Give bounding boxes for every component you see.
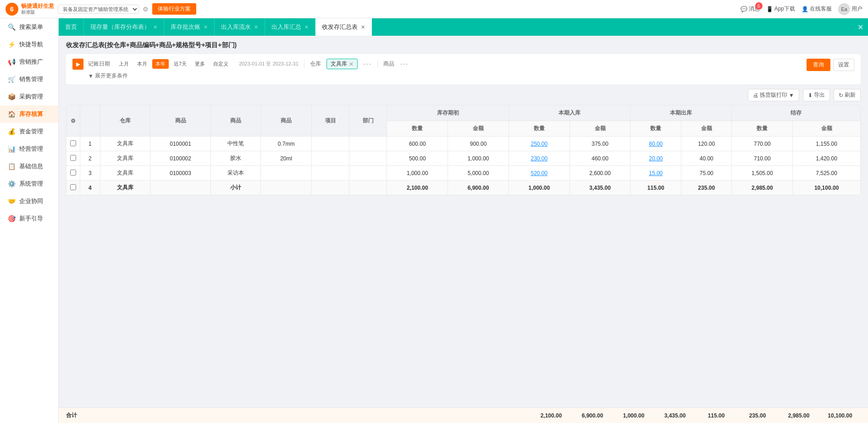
filter-row: 记账日期 上月 本月 本年 近7天 更多 自定义 2023-01-01 至 20… xyxy=(88,59,854,69)
trial-button[interactable]: 体验行业方案 xyxy=(152,3,196,15)
row-dept xyxy=(349,151,387,166)
date-btn-7days[interactable]: 近7天 xyxy=(171,59,190,69)
filter-toggle-btn[interactable]: ▶ xyxy=(72,59,83,70)
page-content: 收发存汇总表(按仓库+商品编码+商品+规格型号+项目+部门) ▶ 记账日期 上月… xyxy=(59,36,868,407)
tab-receive-send[interactable]: 收发存汇总表 ✕ xyxy=(315,18,372,36)
warehouse-tag[interactable]: 文具库 ✕ xyxy=(326,59,358,69)
row-out-qty[interactable]: 15.00 xyxy=(630,166,681,181)
tab-summary-close[interactable]: ✕ xyxy=(304,24,309,30)
col-dept: 部门 xyxy=(349,105,387,137)
sidebar-item-search[interactable]: 🔍 搜索菜单 xyxy=(0,18,58,36)
row-open-qty: 500.00 xyxy=(387,151,448,166)
print-btn[interactable]: 🖨 拣货版打印 ▼ xyxy=(748,89,799,101)
row-checkbox[interactable] xyxy=(70,155,76,161)
row-project xyxy=(311,137,349,151)
warehouse-more-dots[interactable]: ··· xyxy=(363,60,372,68)
export-btn[interactable]: ⬇ 导出 xyxy=(803,89,830,101)
tab-receive-send-close[interactable]: ✕ xyxy=(361,24,365,30)
col-no xyxy=(80,105,100,137)
table-row: 1 文具库 0100001 中性笔 0.7mm 600.00 900.00 25… xyxy=(66,137,861,151)
online-service-item[interactable]: 👤 在线客服 xyxy=(802,5,832,13)
row-check[interactable] xyxy=(66,151,80,166)
sidebar-item-marketing[interactable]: 📢 营销推广 xyxy=(0,53,58,71)
row-check[interactable] xyxy=(66,181,80,195)
row-bal-qty: 770.00 xyxy=(732,137,793,151)
print-chevron-icon: ▼ xyxy=(789,92,794,99)
sidebar-item-guide[interactable]: 🎯 新手引导 xyxy=(0,210,58,227)
tab-flow[interactable]: 出入库流水 ✕ xyxy=(215,18,265,36)
system-icon: ⚙️ xyxy=(7,180,16,188)
query-button[interactable]: 查询 xyxy=(807,59,830,71)
row-code xyxy=(150,181,211,195)
filter-divider-1 xyxy=(304,60,304,69)
refresh-icon: ↻ xyxy=(839,92,843,99)
brand-sub: 标准版 xyxy=(21,10,54,15)
col-open-stock: 库存期初 xyxy=(387,105,509,121)
row-code: 0100003 xyxy=(150,166,211,181)
export-label: 导出 xyxy=(814,91,825,99)
date-btn-last-month[interactable]: 上月 xyxy=(116,59,132,69)
sidebar-item-quick[interactable]: ⚡ 快捷导航 xyxy=(0,36,58,53)
row-out-amt: 120.00 xyxy=(681,137,732,151)
warehouse-tag-close[interactable]: ✕ xyxy=(349,61,354,67)
row-spec xyxy=(261,181,311,195)
date-btn-custom[interactable]: 自定义 xyxy=(210,59,232,69)
avatar: Ea xyxy=(838,3,850,15)
row-checkbox[interactable] xyxy=(70,184,76,190)
row-out-qty[interactable]: 80.00 xyxy=(630,137,681,151)
row-warehouse: 文具库 xyxy=(100,166,150,181)
tab-panel-close[interactable]: ✕ xyxy=(857,23,863,32)
warehouse-tag-text: 文具库 xyxy=(331,60,347,68)
col-settings[interactable]: ⚙ xyxy=(66,105,80,137)
sidebar-item-operation[interactable]: 📊 经营管理 xyxy=(0,140,58,158)
goods-more-dots[interactable]: ··· xyxy=(400,60,409,68)
setting-button[interactable]: 设置 xyxy=(833,59,854,71)
sidebar-label-purchase: 采购管理 xyxy=(19,93,43,101)
refresh-btn[interactable]: ↻ 刷新 xyxy=(834,89,861,101)
col-in-stock: 本期入库 xyxy=(509,105,630,121)
tab-flow-close[interactable]: ✕ xyxy=(254,24,258,30)
tab-inventory-dist-close[interactable]: ✕ xyxy=(153,24,157,30)
table-row: 2 文具库 0100002 胶水 20ml 500.00 1,000.00 23… xyxy=(66,151,861,166)
date-btn-more[interactable]: 更多 xyxy=(192,59,208,69)
row-checkbox[interactable] xyxy=(70,170,76,176)
print-label: 拣货版打印 xyxy=(760,91,787,99)
total-open-qty: 2,100.00 xyxy=(531,412,572,419)
tab-batch-close[interactable]: ✕ xyxy=(204,24,208,30)
row-in-qty[interactable]: 230.00 xyxy=(509,151,569,166)
tab-home[interactable]: 首页 xyxy=(59,18,84,36)
sidebar-item-sales[interactable]: 🛒 销售管理 xyxy=(0,71,58,88)
expand-btn[interactable]: ▼ 展开更多条件 xyxy=(88,72,854,80)
tab-summary[interactable]: 出入库汇总 ✕ xyxy=(265,18,315,36)
cooperation-icon: 🤝 xyxy=(7,197,16,205)
sidebar-item-basic[interactable]: 📋 基础信息 xyxy=(0,158,58,175)
row-open-qty: 1,000.00 xyxy=(387,166,448,181)
row-check[interactable] xyxy=(66,137,80,151)
sidebar-item-finance[interactable]: 💰 资金管理 xyxy=(0,123,58,140)
system-select[interactable]: 装备及固定资产辅助管理系统 xyxy=(58,5,139,14)
row-in-qty[interactable]: 250.00 xyxy=(509,137,569,151)
app-download-item[interactable]: 📱 App下载 xyxy=(766,5,795,13)
sidebar-label-operation: 经营管理 xyxy=(19,145,43,153)
row-in-qty[interactable]: 520.00 xyxy=(509,166,569,181)
row-checkbox[interactable] xyxy=(70,140,76,146)
tab-batch[interactable]: 库存批次账 ✕ xyxy=(164,18,215,36)
sidebar-item-purchase[interactable]: 📦 采购管理 xyxy=(0,88,58,105)
sidebar-item-system[interactable]: ⚙️ 系统管理 xyxy=(0,175,58,192)
sidebar-item-inventory[interactable]: 🏠 库存核算 xyxy=(0,105,58,123)
message-item[interactable]: 💬 消息 6 xyxy=(741,5,760,13)
col-out-stock: 本期出库 xyxy=(630,105,732,121)
date-btn-this-month[interactable]: 本月 xyxy=(134,59,150,69)
settings-icon[interactable]: ⚙ xyxy=(143,5,149,13)
tab-inventory-dist[interactable]: 现存量（库存分布表） ✕ xyxy=(84,18,164,36)
finance-icon: 💰 xyxy=(7,127,16,136)
sidebar-item-cooperation[interactable]: 🤝 企业协同 xyxy=(0,192,58,210)
row-bal-qty: 710.00 xyxy=(732,151,793,166)
sidebar: 🔍 搜索菜单 ⚡ 快捷导航 📢 营销推广 🛒 销售管理 📦 采购管理 🏠 库存核… xyxy=(0,18,59,423)
user-item[interactable]: Ea 用户 xyxy=(838,3,862,15)
sidebar-label-sales: 销售管理 xyxy=(19,75,43,83)
date-btn-this-year[interactable]: 本年 xyxy=(152,59,169,69)
export-icon: ⬇ xyxy=(808,92,813,99)
row-out-qty[interactable]: 20.00 xyxy=(630,151,681,166)
row-check[interactable] xyxy=(66,166,80,181)
